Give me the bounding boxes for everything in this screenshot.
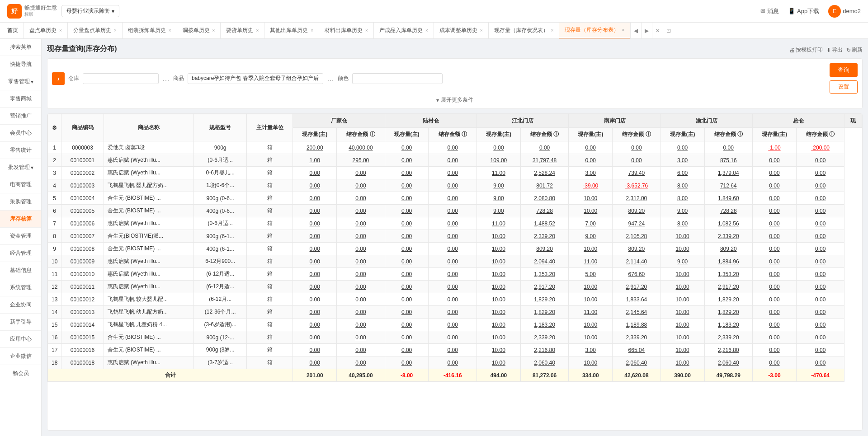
td-zc-amt[interactable]: 0.00 [796,331,844,344]
td-cgc-qty[interactable]: 0.00 [293,306,337,319]
tab-close-icon[interactable]: × [59,28,62,33]
td-lcc-qty[interactable]: 0.00 [385,154,429,167]
td-ybm-amt[interactable]: 1,353.20 [704,268,753,281]
td-zc-qty[interactable]: 0.00 [753,319,797,331]
tab-close-icon[interactable]: × [212,28,215,33]
td-cgc-qty[interactable]: 0.00 [293,230,337,243]
sidebar-item-经营管理[interactable]: 经营管理 [0,245,41,262]
td-nam-qty[interactable]: 7.00 [569,217,613,230]
td-jbm-qty[interactable]: 11.00 [477,167,521,179]
td-cgc-qty[interactable]: 0.00 [293,268,337,281]
td-jbm-qty[interactable]: 10.00 [477,344,521,356]
td-lcc-amt[interactable]: 0.00 [429,344,477,356]
td-lcc-qty[interactable]: 0.00 [385,306,429,319]
td-cgc-qty[interactable]: 0.00 [293,281,337,293]
td-lcc-amt[interactable]: 0.00 [429,230,477,243]
td-jbm-qty[interactable]: 10.00 [477,293,521,306]
sidebar-item-资金管理[interactable]: 资金管理 [0,228,41,245]
td-ybm-qty[interactable]: 10.00 [660,243,704,255]
td-zc-amt[interactable]: 0.00 [796,205,844,217]
td-nam-qty[interactable]: 9.00 [569,230,613,243]
td-cgc-qty[interactable]: 0.00 [293,179,337,192]
td-jbm-qty[interactable]: 10.00 [477,356,521,369]
tab-材料出库单历史[interactable]: 材料出库单历史× [319,23,374,39]
td-zc-qty[interactable]: 0.00 [753,243,797,255]
tab-expand[interactable]: ⊡ [663,23,674,39]
td-cgc-qty[interactable]: 0.00 [293,243,337,255]
td-zc-amt[interactable]: 0.00 [796,167,844,179]
td-lcc-qty[interactable]: 0.00 [385,268,429,281]
td-nam-amt[interactable]: 2,145.64 [613,306,661,319]
td-zc-qty[interactable]: 0.00 [753,205,797,217]
td-lcc-qty[interactable]: 0.00 [385,344,429,356]
sidebar-item-新手引导[interactable]: 新手引导 [0,314,41,331]
sidebar-item-企业微信[interactable]: 企业微信 [0,348,41,365]
message-btn[interactable]: ✉ 消息 [760,7,779,15]
td-cgc-amt[interactable]: 0.00 [337,192,385,205]
td-jbm-qty[interactable]: 10.00 [477,243,521,255]
td-zc-qty[interactable]: 0.00 [753,192,797,205]
td-jbm-amt[interactable]: 2,080.80 [520,192,569,205]
td-lcc-qty[interactable]: 0.00 [385,192,429,205]
td-jbm-qty[interactable]: 9.00 [477,179,521,192]
td-ybm-qty[interactable]: 10.00 [660,306,704,319]
td-nam-qty[interactable]: 10.00 [569,331,613,344]
tab-closeall[interactable]: ✕ [652,23,663,39]
td-nam-amt[interactable]: 0.00 [613,141,661,154]
td-ybm-amt[interactable]: 2,060.40 [704,356,753,369]
td-lcc-qty[interactable]: 0.00 [385,141,429,154]
td-lcc-amt[interactable]: 0.00 [429,179,477,192]
td-jbm-qty[interactable]: 11.00 [477,217,521,230]
td-jbm-amt[interactable]: 2,339.20 [520,230,569,243]
td-lcc-amt[interactable]: 0.00 [429,356,477,369]
td-ybm-qty[interactable]: 6.00 [660,167,704,179]
td-lcc-qty[interactable]: 0.00 [385,243,429,255]
td-ybm-amt[interactable]: 1,829.20 [704,293,753,306]
td-ybm-amt[interactable]: 1,849.60 [704,192,753,205]
td-ybm-qty[interactable]: 8.00 [660,179,704,192]
sidebar-item-企业协同[interactable]: 企业协同 [0,296,41,314]
td-jbm-amt[interactable]: 2,094.40 [520,255,569,268]
tab-成本调整单历史[interactable]: 成本调整单历史× [434,23,489,39]
td-jbm-qty[interactable]: 10.00 [477,306,521,319]
td-ybm-amt[interactable]: 875.16 [704,154,753,167]
td-nam-qty[interactable]: 11.00 [569,306,613,319]
sidebar-item-基础信息[interactable]: 基础信息 [0,262,41,279]
td-ybm-qty[interactable]: 9.00 [660,205,704,217]
td-cgc-amt[interactable]: 0.00 [337,255,385,268]
sidebar-item-批发管理[interactable]: 批发管理▾ [0,159,41,176]
td-ybm-amt[interactable]: 2,339.20 [704,230,753,243]
td-ybm-qty[interactable]: 10.00 [660,344,704,356]
warehouse-input[interactable] [83,73,159,84]
td-zc-qty[interactable]: 0.00 [753,154,797,167]
td-jbm-qty[interactable]: 9.00 [477,205,521,217]
td-nam-qty[interactable]: 11.00 [569,255,613,268]
td-cgc-amt[interactable]: 0.00 [337,319,385,331]
tab-调拨单历史[interactable]: 调拨单历史× [177,23,221,39]
td-cgc-qty[interactable]: 0.00 [293,293,337,306]
td-nam-qty[interactable]: 10.00 [569,293,613,306]
tab-close-icon[interactable]: × [169,28,171,33]
td-nam-qty[interactable]: 10.00 [569,243,613,255]
td-nam-amt[interactable]: 0.00 [613,154,661,167]
td-cgc-amt[interactable]: 0.00 [337,268,385,281]
td-cgc-amt[interactable]: 0.00 [337,331,385,344]
td-cgc-qty[interactable]: 0.00 [293,356,337,369]
tab-其他出库单历史[interactable]: 其他出库单历史× [264,23,319,39]
tab-close-icon[interactable]: × [256,28,259,33]
td-ybm-qty[interactable]: 9.00 [660,255,704,268]
td-nam-amt[interactable]: 665.04 [613,344,661,356]
expand-filter-btn[interactable]: › [52,72,65,85]
tab-现存量（库存状况表）[interactable]: 现存量（库存状况表）× [489,23,560,39]
td-lcc-qty[interactable]: 0.00 [385,255,429,268]
td-cgc-amt[interactable]: 0.00 [337,205,385,217]
td-ybm-qty[interactable]: 8.00 [660,217,704,230]
td-ybm-amt[interactable]: 809.20 [704,243,753,255]
td-nam-qty[interactable]: 3.00 [569,344,613,356]
td-jbm-amt[interactable]: 1,183.20 [520,319,569,331]
td-cgc-qty[interactable]: 0.00 [293,205,337,217]
goods-input[interactable] [188,73,323,84]
td-ybm-qty[interactable]: 10.00 [660,281,704,293]
td-nam-qty[interactable]: 10.00 [569,281,613,293]
td-lcc-amt[interactable]: 0.00 [429,319,477,331]
